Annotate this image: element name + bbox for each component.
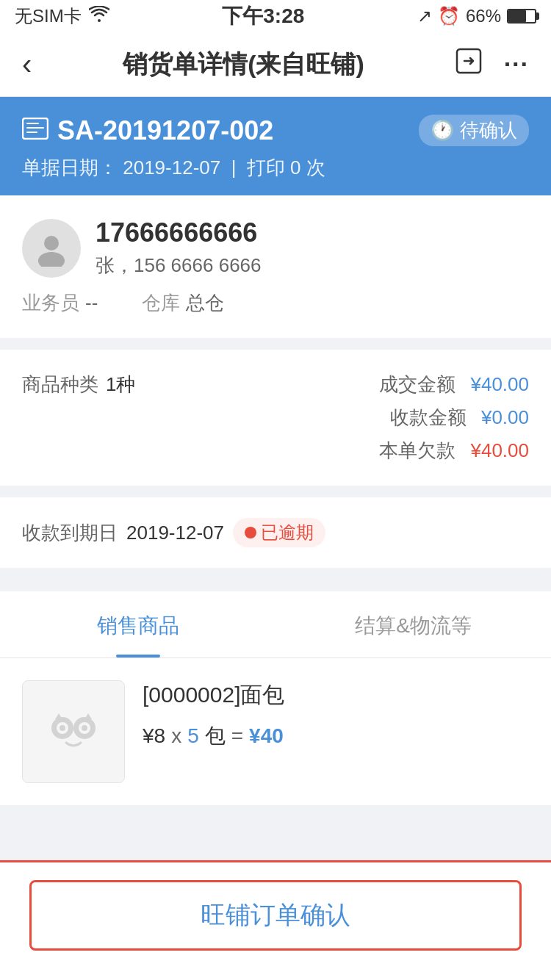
status-left: 无SIM卡	[15, 4, 109, 28]
product-price-row: ¥8 x 5 包 = ¥40	[143, 722, 529, 750]
product-info: [0000002]面包 ¥8 x 5 包 = ¥40	[143, 680, 529, 750]
tabs-row: 销售商品 结算&物流等	[0, 591, 551, 658]
confirm-order-button[interactable]: 旺铺订单确认	[29, 880, 522, 951]
sales-value: --	[85, 292, 98, 314]
product-price: ¥8	[143, 724, 165, 748]
confirm-button-wrap: 旺铺订单确认	[0, 860, 551, 980]
warehouse-value: 总仓	[186, 290, 224, 316]
product-total: ¥40	[249, 724, 284, 748]
wifi-icon	[89, 6, 109, 26]
section-divider	[0, 580, 551, 591]
due-date-value: 2019-12-07	[126, 522, 224, 544]
svg-point-3	[38, 252, 65, 267]
share-icon[interactable]	[455, 48, 482, 81]
owed-label: 本单欠款	[379, 438, 455, 464]
page-title: 销货单详情(来自旺铺)	[123, 48, 364, 82]
product-name: [0000002]面包	[143, 680, 529, 710]
product-qty: 5	[187, 724, 199, 748]
deal-amount-label: 成交金额	[379, 372, 455, 397]
overdue-badge: 已逾期	[233, 518, 325, 547]
alarm-icon: ⏰	[438, 6, 460, 26]
customer-phone: 17666666666	[96, 217, 262, 248]
avatar	[22, 219, 81, 278]
status-time: 下午3:28	[222, 2, 304, 30]
product-item: [0000002]面包 ¥8 x 5 包 = ¥40	[0, 658, 551, 805]
carrier-label: 无SIM卡	[15, 4, 82, 28]
status-bar: 无SIM卡 下午3:28 ↗ ⏰ 66%	[0, 0, 551, 32]
order-date-row: 单据日期： 2019-12-07 | 打印 0 次	[22, 155, 529, 181]
order-id: SA-20191207-002	[22, 115, 273, 146]
more-icon[interactable]: ···	[504, 50, 529, 79]
svg-point-8	[60, 725, 65, 731]
nav-bar: ‹ 销货单详情(来自旺铺) ···	[0, 32, 551, 97]
warehouse-label: 仓库	[142, 290, 180, 316]
customer-info: 17666666666 张，156 6666 6666	[96, 217, 262, 278]
nav-actions: ···	[455, 48, 529, 81]
overdue-dot-icon	[245, 527, 256, 538]
customer-name: 张，156 6666 6666	[96, 253, 262, 278]
sales-label: 业务员	[22, 290, 79, 316]
deal-amount-value: ¥40.00	[470, 373, 529, 396]
overdue-label: 已逾期	[261, 521, 314, 544]
location-icon: ↗	[417, 6, 432, 26]
product-kind-value: 1种	[106, 372, 135, 397]
product-equals: =	[231, 724, 243, 748]
owed-value: ¥40.00	[470, 439, 529, 462]
status-right: ↗ ⏰ 66%	[417, 6, 536, 26]
product-multiply: x	[171, 724, 181, 748]
product-unit: 包	[205, 722, 226, 750]
clock-icon: 🕐	[431, 119, 454, 142]
battery-percent: 66%	[466, 6, 501, 26]
received-value: ¥0.00	[481, 406, 529, 429]
order-status: 🕐 待确认	[419, 115, 529, 146]
tab-sales-products[interactable]: 销售商品	[0, 591, 276, 657]
product-kind: 商品种类 1种	[22, 372, 135, 397]
svg-point-9	[82, 725, 87, 731]
svg-point-2	[44, 236, 59, 251]
back-button[interactable]: ‹	[22, 48, 32, 81]
tab-settlement-logistics[interactable]: 结算&物流等	[276, 591, 551, 657]
order-icon	[22, 115, 48, 146]
due-date-label: 收款到期日	[22, 520, 118, 546]
tabs-section: 销售商品 结算&物流等	[0, 591, 551, 658]
customer-section: 17666666666 张，156 6666 6666 业务员 -- 仓库 总仓	[0, 195, 551, 338]
product-image	[22, 680, 125, 783]
battery-icon	[507, 9, 536, 24]
amount-section: 商品种类 1种 成交金额 ¥40.00 收款金额 ¥0.00 本单欠款 ¥40.…	[0, 350, 551, 486]
amount-details: 成交金额 ¥40.00 收款金额 ¥0.00 本单欠款 ¥40.00	[379, 372, 529, 464]
received-label: 收款金额	[390, 405, 467, 430]
customer-meta: 业务员 -- 仓库 总仓	[22, 290, 529, 316]
due-date-section: 收款到期日 2019-12-07 已逾期	[0, 497, 551, 568]
order-header: SA-20191207-002 🕐 待确认 单据日期： 2019-12-07 |…	[0, 97, 551, 195]
product-kind-label: 商品种类	[22, 372, 98, 397]
